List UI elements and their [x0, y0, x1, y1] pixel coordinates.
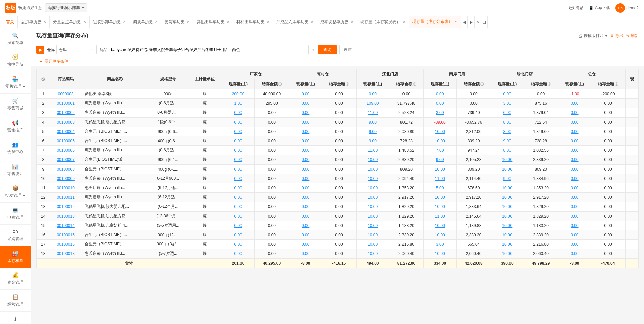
tab-scroll-left[interactable]: ◀ — [461, 16, 468, 28]
info-icon[interactable]: ⓘ — [278, 82, 282, 86]
cell-wh2-amount: 0.00 — [322, 146, 356, 155]
tab-close-all[interactable]: ✕ — [474, 16, 481, 28]
cell-s3-stock: 10.00 — [491, 155, 524, 165]
cell-index: 13 — [37, 202, 50, 212]
tab-inventory-dist[interactable]: 现存量（库存分布表） ✕ — [409, 16, 461, 28]
cell-unit: 罐 — [187, 136, 222, 146]
cell-total-stock: 0.00 — [558, 240, 591, 249]
tab-home[interactable]: 首页 — [3, 16, 18, 28]
cell-wh2-amount: 0.00 — [322, 249, 356, 259]
summary-s3-amount: 49,798.29 — [524, 259, 558, 268]
cell-code: 00100011 — [50, 193, 82, 202]
close-icon[interactable]: ✕ — [267, 20, 269, 24]
org-selector[interactable]: 母婴行业演示陈套 — [45, 3, 87, 12]
sidebar-item-basic[interactable]: ℹ 基础信息 — [0, 312, 31, 324]
tab-scroll-right[interactable]: ▶ — [468, 16, 474, 28]
sidebar-item-retail-stats[interactable]: 📊 零售统计 — [0, 159, 31, 181]
sidebar-item-purchase[interactable]: 🛍 采购管理 — [0, 225, 31, 246]
export-button[interactable]: ⬇ 导出 — [610, 33, 623, 39]
close-icon[interactable]: ✕ — [454, 20, 457, 24]
tab-assembly[interactable]: 组装拆卸单历史 ✕ — [90, 16, 129, 28]
cell-factory-amount: 0.00 — [255, 165, 289, 174]
gear-icon[interactable]: ⚙ — [41, 77, 45, 82]
cell-spec: 0-6月婴儿... — [149, 108, 187, 118]
info-icon[interactable]: ⓘ — [480, 82, 484, 86]
color-input[interactable] — [241, 45, 309, 54]
cell-total-amount: 0.00 — [591, 99, 626, 108]
info-icon[interactable]: ⓘ — [615, 82, 618, 86]
tab-material-out[interactable]: 材料出库单历史 ✕ — [233, 16, 273, 28]
th-store3: 渝北门店 — [491, 69, 558, 79]
message-btn[interactable]: 💬 消息 — [569, 5, 583, 11]
cell-name: 惠氏启臻（Wyeth illu... — [82, 108, 149, 118]
summary-wh2-amount: -416.16 — [322, 259, 356, 268]
content-area: 现存量查询(库存分布) 🖨 按模版打印 ⬇ 导出 ↻ 刷新 ▶ — [31, 28, 644, 324]
tab-demand[interactable]: 要货单历史 ✕ — [161, 16, 193, 28]
cell-extra — [626, 146, 639, 155]
sidebar-item-member[interactable]: 👥 会员中心 — [0, 137, 31, 159]
cell-total-amount: -200.00 — [591, 89, 626, 99]
print-button[interactable]: 🖨 按模版打印 — [578, 33, 608, 39]
user-area[interactable]: Ea demo2 — [615, 3, 639, 13]
cell-code: 00100004 — [50, 127, 82, 136]
tab-cost-adjust[interactable]: 成本调整单历史 ✕ — [317, 16, 357, 28]
close-icon[interactable]: ✕ — [123, 20, 126, 24]
sidebar-item-search[interactable]: 🔍 搜索英单 — [0, 28, 31, 50]
close-icon[interactable]: ✕ — [351, 20, 353, 24]
sidebar-item-inventory[interactable]: 🏭 库存核算 — [0, 246, 31, 268]
cell-factory-amount: 0.00 — [255, 221, 289, 230]
cell-name: 惠氏启臻（Wyeth illu... — [82, 183, 149, 193]
color-dropdown-icon[interactable]: ▼ — [311, 47, 315, 52]
sidebar-item-operations[interactable]: 📋 经营管理 — [0, 290, 31, 312]
tab-pdd-history[interactable]: 盘点单历史 ✕ — [18, 16, 50, 28]
warehouse-select[interactable]: 仓库 ··· — [56, 45, 97, 54]
info-icon[interactable]: ⓘ — [413, 82, 416, 86]
close-icon[interactable]: ✕ — [227, 20, 229, 24]
print-chevron-icon — [605, 35, 608, 37]
sidebar-item-nav[interactable]: 🧭 快捷导航 — [0, 50, 31, 72]
cell-spec: (3-6岁适用... — [149, 221, 187, 230]
cell-code: 00100016 — [50, 240, 82, 249]
tab-inventory-status[interactable]: 现存量（库存状况表） ✕ — [357, 16, 409, 28]
cell-s1-amount: 2,528.24 — [389, 108, 424, 118]
cell-code: 00100005 — [50, 136, 82, 146]
cell-name: 飞鹤星飞帆 幼儿配方奶... — [82, 212, 149, 221]
summary-total-stock: -3.00 — [558, 259, 591, 268]
close-icon[interactable]: ✕ — [43, 20, 46, 24]
sidebar-item-retail[interactable]: 🏪 零售管理 — [0, 72, 31, 94]
settings-button[interactable]: 设置 — [339, 45, 356, 54]
close-icon[interactable]: ✕ — [311, 20, 313, 24]
sidebar-item-ecommerce[interactable]: 💻 电商管理 — [0, 203, 31, 225]
tab-other-out[interactable]: 其他出库单历史 ✕ — [193, 16, 233, 28]
tab-product-in[interactable]: 产成品入库单历史 ✕ — [273, 16, 317, 28]
app-download-btn[interactable]: 📱 App下载 — [589, 5, 610, 11]
search-button[interactable]: 查询 — [318, 45, 337, 54]
cell-extra — [626, 136, 639, 146]
cell-wh2-amount: 0.00 — [322, 240, 356, 249]
close-icon[interactable]: ✕ — [402, 20, 405, 24]
close-icon[interactable]: ✕ — [83, 20, 86, 24]
info-icon[interactable]: ⓘ — [346, 82, 349, 86]
sidebar-item-marketing[interactable]: 📢 营销推广 — [0, 115, 31, 137]
tab-expand[interactable]: ⊡ — [481, 16, 488, 28]
th-warehouse2: 陈村仓 — [289, 69, 357, 79]
table-container[interactable]: ⚙ 商品编码 商品名称 规格型号 主计量单位 厂家仓 陈村仓 江北门店 南岸门店… — [31, 66, 644, 324]
sidebar-item-finance[interactable]: 💰 资金管理 — [0, 268, 31, 290]
refresh-button[interactable]: ↻ 刷新 — [626, 33, 639, 39]
th-s3-stock: 现存量(主) — [491, 79, 524, 89]
cell-factory-amount: 0.00 — [255, 174, 289, 183]
sidebar-item-shop[interactable]: 🛒 零售商城 — [0, 94, 31, 115]
th-gear[interactable]: ⚙ — [37, 69, 50, 89]
filter-more-conditions[interactable]: ▼ 展开更多条件 — [39, 59, 68, 64]
tab-split-pdd[interactable]: 分量盘点单历史 ✕ — [50, 16, 90, 28]
tab-transfer[interactable]: 调拨单历史 ✕ — [129, 16, 161, 28]
close-icon[interactable]: ✕ — [155, 20, 158, 24]
sidebar-item-wholesale[interactable]: 📦 批发管理 — [0, 181, 31, 203]
filter-expand-button[interactable]: ▶ — [36, 46, 44, 54]
cell-s1-amount: 1,488.52 — [389, 146, 424, 155]
username: demo2 — [626, 6, 639, 10]
product-input[interactable] — [109, 45, 229, 54]
close-icon[interactable]: ✕ — [187, 20, 190, 24]
info-icon[interactable]: ⓘ — [548, 82, 551, 86]
cell-s1-stock: 9.00 — [356, 118, 389, 127]
